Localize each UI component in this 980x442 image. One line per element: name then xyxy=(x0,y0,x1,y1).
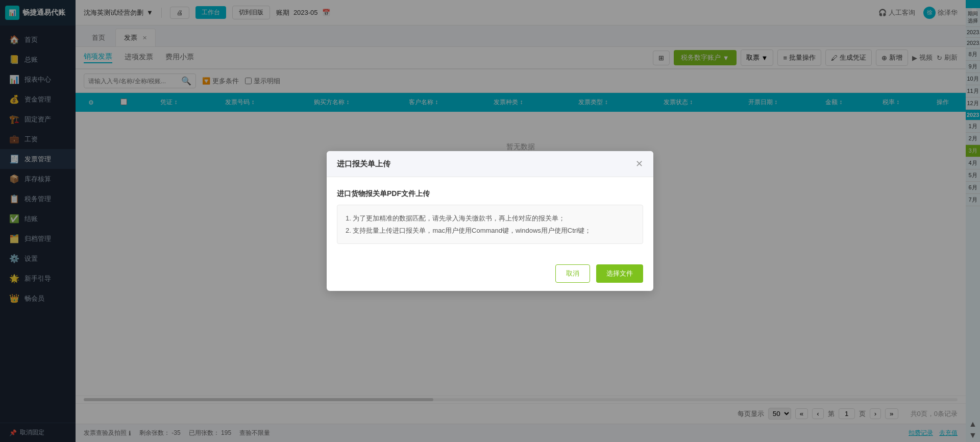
modal-footer: 取消 选择文件 xyxy=(327,256,653,291)
modal-cancel-button[interactable]: 取消 xyxy=(555,264,590,283)
import-customs-modal: 进口报关单上传 ✕ 进口货物报关单PDF文件上传 1. 为了更加精准的数据匹配，… xyxy=(327,151,653,291)
modal-info-line-1: 1. 为了更加精准的数据匹配，请先录入海关缴款书，再上传对应的报关单； xyxy=(346,212,634,224)
modal-close-button[interactable]: ✕ xyxy=(635,158,643,169)
modal-header: 进口报关单上传 ✕ xyxy=(327,151,653,177)
modal-select-file-button[interactable]: 选择文件 xyxy=(596,264,643,283)
modal-body: 进口货物报关单PDF文件上传 1. 为了更加精准的数据匹配，请先录入海关缴款书，… xyxy=(327,177,653,256)
modal-section-title: 进口货物报关单PDF文件上传 xyxy=(337,189,643,199)
modal-overlay[interactable]: 进口报关单上传 ✕ 进口货物报关单PDF文件上传 1. 为了更加精准的数据匹配，… xyxy=(0,0,980,442)
modal-info-line-2: 2. 支持批量上传进口报关单，mac用户使用Command键，windows用户… xyxy=(346,225,634,236)
modal-title: 进口报关单上传 xyxy=(337,159,390,169)
modal-info-box: 1. 为了更加精准的数据匹配，请先录入海关缴款书，再上传对应的报关单； 2. 支… xyxy=(337,205,643,244)
